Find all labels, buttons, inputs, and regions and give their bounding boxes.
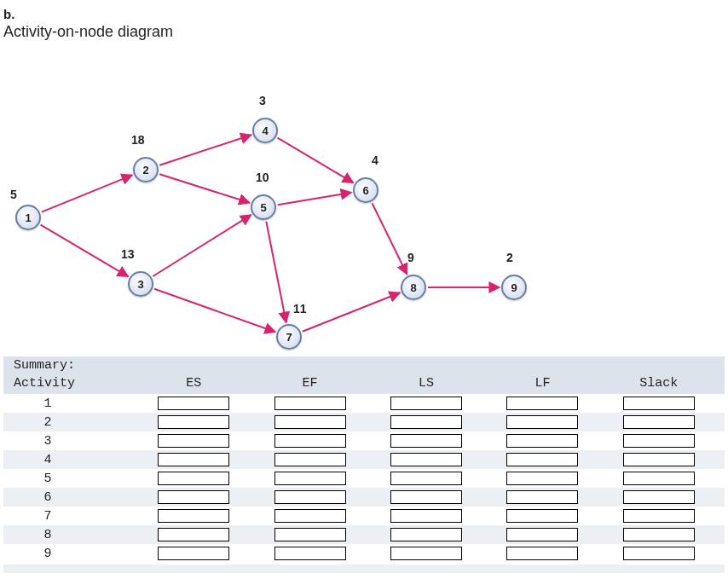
table-row: 1 <box>3 394 725 413</box>
ef-input-6[interactable] <box>274 490 346 504</box>
es-input-9[interactable] <box>158 547 229 560</box>
node-7: 7 <box>276 324 302 350</box>
slack-input-8[interactable] <box>623 528 695 541</box>
node-8: 8 <box>401 275 426 300</box>
ls-input-8[interactable] <box>390 528 462 541</box>
node-3-duration: 13 <box>121 247 135 261</box>
ef-input-3[interactable] <box>274 434 346 448</box>
ef-input-4[interactable] <box>274 453 346 466</box>
edge-7-8 <box>303 292 400 331</box>
node-6: 6 <box>353 177 378 203</box>
node-5-duration: 10 <box>256 171 269 184</box>
edge-5-6 <box>278 193 351 205</box>
lf-input-9[interactable] <box>506 547 578 560</box>
ls-input-1[interactable] <box>390 397 462 410</box>
node-2-duration: 18 <box>131 133 145 147</box>
page-title: Activity-on-node diagram <box>3 23 725 41</box>
lf-input-8[interactable] <box>506 528 578 541</box>
slack-input-9[interactable] <box>623 547 695 560</box>
es-input-8[interactable] <box>158 528 229 541</box>
table-row: 7 <box>3 507 725 525</box>
table-row: 6 <box>3 488 725 507</box>
node-3: 3 <box>128 271 153 297</box>
slack-input-2[interactable] <box>623 415 695 429</box>
es-input-4[interactable] <box>158 453 229 466</box>
ef-input-2[interactable] <box>274 415 346 429</box>
ls-input-2[interactable] <box>390 415 462 429</box>
lf-input-5[interactable] <box>506 472 578 485</box>
table-row: 3 <box>3 431 725 450</box>
lf-input-1[interactable] <box>506 397 578 410</box>
node-8-duration: 9 <box>407 251 414 264</box>
node-5: 5 <box>251 194 276 220</box>
edge-3-7 <box>154 289 275 333</box>
ef-input-9[interactable] <box>274 547 346 560</box>
table-row: 8 <box>3 525 725 544</box>
ef-input-1[interactable] <box>274 397 346 410</box>
node-6-duration: 4 <box>372 153 378 167</box>
activity-id: 8 <box>14 528 133 542</box>
activity-id: 4 <box>14 453 133 467</box>
es-input-7[interactable] <box>158 509 229 523</box>
ef-input-8[interactable] <box>274 528 346 541</box>
node-1: 1 <box>15 205 41 230</box>
table-row: 4 <box>3 450 725 469</box>
summary-header: Activity ES EF LS LF Slack <box>3 374 725 394</box>
es-input-3[interactable] <box>158 434 229 448</box>
slack-input-7[interactable] <box>623 509 695 523</box>
ls-input-7[interactable] <box>390 509 462 523</box>
slack-input-4[interactable] <box>623 453 695 466</box>
es-input-5[interactable] <box>158 472 229 485</box>
ls-input-6[interactable] <box>390 490 462 504</box>
ls-input-3[interactable] <box>390 434 462 448</box>
lf-input-2[interactable] <box>506 415 578 429</box>
node-9: 9 <box>501 275 527 300</box>
ls-input-9[interactable] <box>390 547 462 560</box>
ls-input-5[interactable] <box>390 472 462 485</box>
lf-input-4[interactable] <box>506 453 578 466</box>
activity-id: 7 <box>14 509 133 524</box>
col-ls: LS <box>371 376 482 391</box>
edge-3-5 <box>153 215 251 276</box>
col-lf: LF <box>487 376 598 391</box>
node-1-duration: 5 <box>10 188 17 201</box>
table-row: 9 <box>3 544 725 563</box>
footer-band <box>3 565 725 573</box>
col-activity: Activity <box>14 376 133 391</box>
edge-6-8 <box>373 203 407 274</box>
slack-input-1[interactable] <box>623 397 695 410</box>
table-row: 2 <box>3 413 725 431</box>
node-9-duration: 2 <box>506 251 513 264</box>
node-2: 2 <box>133 157 159 182</box>
node-4-duration: 3 <box>259 94 266 107</box>
slack-input-3[interactable] <box>623 434 695 448</box>
col-slack: Slack <box>604 376 714 391</box>
edge-5-7 <box>266 222 286 323</box>
question-part: b. <box>3 7 725 21</box>
es-input-1[interactable] <box>158 397 229 410</box>
activity-id: 6 <box>14 490 133 505</box>
es-input-6[interactable] <box>158 490 229 504</box>
activity-id: 2 <box>14 415 133 430</box>
aon-diagram: 1521831343510647118992 <box>3 51 725 350</box>
edge-4-6 <box>278 138 354 183</box>
lf-input-7[interactable] <box>506 509 578 523</box>
ef-input-5[interactable] <box>274 472 346 485</box>
summary-title: Summary: <box>3 356 725 374</box>
ls-input-4[interactable] <box>390 453 462 466</box>
node-7-duration: 11 <box>293 302 307 316</box>
slack-input-5[interactable] <box>623 472 695 485</box>
lf-input-3[interactable] <box>506 434 578 448</box>
slack-input-6[interactable] <box>623 490 695 504</box>
edge-1-3 <box>41 225 129 277</box>
edge-2-5 <box>159 174 250 203</box>
summary-table: Summary: Activity ES EF LS LF Slack 1234… <box>3 356 725 573</box>
edge-1-2 <box>42 175 132 211</box>
table-row: 5 <box>3 469 725 488</box>
col-es: ES <box>138 376 249 391</box>
activity-id: 5 <box>14 472 133 486</box>
edge-2-4 <box>159 135 251 165</box>
lf-input-6[interactable] <box>506 490 578 504</box>
es-input-2[interactable] <box>158 415 229 429</box>
ef-input-7[interactable] <box>274 509 346 523</box>
